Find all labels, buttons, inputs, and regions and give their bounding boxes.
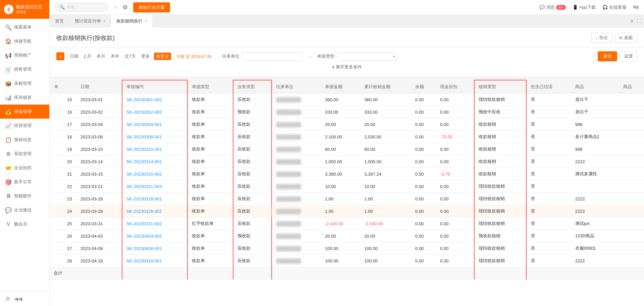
row-biz-type: 预收款 (233, 106, 272, 118)
row-settings[interactable] (50, 118, 63, 131)
col-product2: 商品 (619, 80, 644, 94)
table-row: 16 2023-03-02 SK-20230302-002 收款单 预收款 ██… (50, 106, 644, 118)
logo-icon: 6 (4, 5, 13, 14)
table-row: 23 2023-03-28 SK-20230328-001 收款单 应收款 ██… (50, 193, 644, 205)
row-include-settled: 否 (526, 94, 571, 106)
row-settings[interactable] (50, 205, 63, 218)
table-header-row: ⚙ 日期 单据编号 单据类型 业务类型 往来单位 单据金额 累计核销金额 余额 … (50, 80, 644, 94)
filter-more-button[interactable]: ··· (308, 54, 312, 59)
row-settings[interactable] (50, 106, 63, 118)
row-doc-type: 收款单 (187, 205, 233, 218)
sidebar-item-企业微信[interactable]: 💬 企业微信 (0, 203, 49, 217)
row-doc-no: SK-20230315-002 (122, 168, 187, 180)
row-include-settled: 否 (526, 193, 571, 205)
table-row: 17 2023-03-04 SK-20230304-001 收款单 应收款 ██… (50, 118, 644, 131)
sidebar-item-库存核算[interactable]: 📊 库存核算 (0, 90, 49, 105)
row-partner: ████████ (272, 118, 321, 131)
expand-tab-control[interactable]: ⛶ (637, 18, 641, 24)
sidebar-icon: 📦 (5, 80, 11, 86)
row-settings[interactable] (50, 255, 63, 267)
sidebar: 6 畅康道好生意 标推版 🔍 搜索菜单 🏠 快捷导航 📢 营销推广 🛒 销售管理… (0, 0, 50, 306)
export-icon: ↑ (596, 36, 598, 41)
row-settings[interactable] (50, 131, 63, 143)
notification-item[interactable]: 💬 消息 99+ (539, 4, 566, 10)
row-settings[interactable] (50, 156, 63, 168)
industry-solution-button[interactable]: 体验行业方案 (133, 2, 170, 12)
col-balance: 余额 (411, 80, 436, 94)
sidebar-item-资金管理[interactable]: 💰 资金管理 (0, 105, 49, 119)
col-amount: 单据金额 (321, 80, 360, 94)
filter-custom-date[interactable]: 自定义 (154, 53, 171, 60)
sidebar-bottom: ⚙ ◀◀ (0, 291, 49, 306)
filter-this-year[interactable]: 本年 (109, 53, 121, 60)
row-settings[interactable] (50, 94, 63, 106)
col-include-settled: 包含已结清 (526, 80, 571, 94)
row-settings[interactable] (50, 230, 63, 242)
row-partner: ████████ (272, 205, 321, 218)
page-title: 收款核销执行(按收款) (56, 34, 115, 42)
sidebar-icon: ⚙ (5, 151, 11, 157)
row-date: 2023-03-15 (76, 168, 122, 180)
row-product2 (619, 205, 644, 218)
filter-doctype-select[interactable] (337, 52, 397, 61)
row-doc-type: 收款单 (187, 230, 233, 242)
row-doc-no: SK-20230403-002 (122, 230, 187, 242)
expand-icon[interactable]: ▾ (114, 4, 117, 11)
sidebar-item-经营管理[interactable]: 📈 经营管理 (0, 119, 49, 133)
row-include-settled: 否 (526, 131, 571, 143)
row-settings[interactable] (50, 193, 63, 205)
sidebar-item-系统管理[interactable]: ⚙ 系统管理 (0, 147, 49, 161)
app-download-item[interactable]: 📱 App下载 (573, 4, 596, 10)
close-tab-control[interactable]: ✕ (630, 18, 634, 24)
filter-more-dates[interactable]: 更多 (140, 53, 151, 60)
expand-conditions-button[interactable]: ▾ 展开更多条件 (56, 61, 637, 73)
page-header-actions: ↑ 导出 ↻ 刷新 (591, 33, 638, 43)
filter-last-7days[interactable]: 近7天 (123, 53, 137, 60)
filter-last-month[interactable]: 上月 (81, 53, 93, 60)
row-settings[interactable] (50, 218, 63, 230)
row-include-settled: 否 (526, 156, 571, 168)
settings-icon[interactable]: ⚙ (5, 296, 10, 302)
sidebar-item-基础信息[interactable]: 📋 基础信息 (0, 133, 49, 147)
tab-home[interactable]: 首页 (50, 15, 69, 27)
topbar-search[interactable]: 🔍 搜索... (55, 3, 109, 12)
tab-prepayment[interactable]: 预计应应付单 × (69, 15, 111, 27)
row-settings[interactable] (50, 143, 63, 156)
row-date: 2023-03-08 (76, 131, 122, 143)
row-settings[interactable] (50, 242, 63, 255)
col-date: 日期 (76, 80, 122, 94)
sidebar-item-企业协同[interactable]: 🤝 企业协同 (0, 161, 49, 175)
refresh-button[interactable]: ↻ 刷新 (615, 33, 637, 43)
query-button[interactable]: 查询 (598, 51, 617, 61)
table-row: 18 2023-03-08 SK-20230308-001 收款单 应收款 ██… (50, 131, 644, 143)
filter-toggle-button[interactable]: » (56, 52, 64, 60)
filter-partner-input[interactable] (242, 52, 303, 61)
tab-close-icon-2[interactable]: × (145, 19, 147, 23)
row-settings[interactable] (50, 180, 63, 193)
sidebar-item-智能硬件[interactable]: 🖥 智能硬件 (0, 189, 49, 203)
tab-close-icon[interactable]: × (103, 19, 105, 23)
row-settings[interactable] (50, 168, 63, 180)
collapse-icon[interactable]: ◀◀ (14, 296, 22, 302)
row-no: 16 (63, 106, 76, 118)
online-service-item[interactable]: 🎧 在线客服 (602, 4, 627, 10)
sidebar-item-销售管理[interactable]: 🛒 销售管理 (0, 62, 49, 76)
filter-settings-button[interactable]: 设置 (620, 51, 637, 61)
tab-collection-verify[interactable]: 收款核销执行 × (111, 15, 153, 27)
filter-this-month[interactable]: 本月 (95, 53, 107, 60)
row-biz-type: 应收款 (233, 180, 272, 193)
sidebar-item-采购管理[interactable]: 📦 采购管理 (0, 76, 49, 90)
row-doc-type: 收款单 (187, 242, 233, 255)
sidebar-item-快捷导航[interactable]: 🏠 快捷导航 (0, 34, 49, 48)
settings-gear-icon[interactable]: ⚙ (122, 4, 128, 11)
sidebar-item-搜索菜单[interactable]: 🔍 搜索菜单 (0, 20, 49, 34)
sidebar-item-营销推广[interactable]: 📢 营销推广 (0, 48, 49, 62)
export-button[interactable]: ↑ 导出 (591, 33, 612, 43)
row-verified: 20.00 (360, 118, 411, 131)
sidebar-icon: 📋 (5, 137, 11, 143)
row-no: 23 (63, 193, 76, 205)
sidebar-item-新手引导[interactable]: 🎯 新手引导 (0, 175, 49, 189)
sidebar-item-畅会员[interactable]: V 畅会员 (0, 217, 49, 231)
row-product2 (619, 106, 644, 118)
col-settings[interactable]: ⚙ (50, 80, 63, 94)
